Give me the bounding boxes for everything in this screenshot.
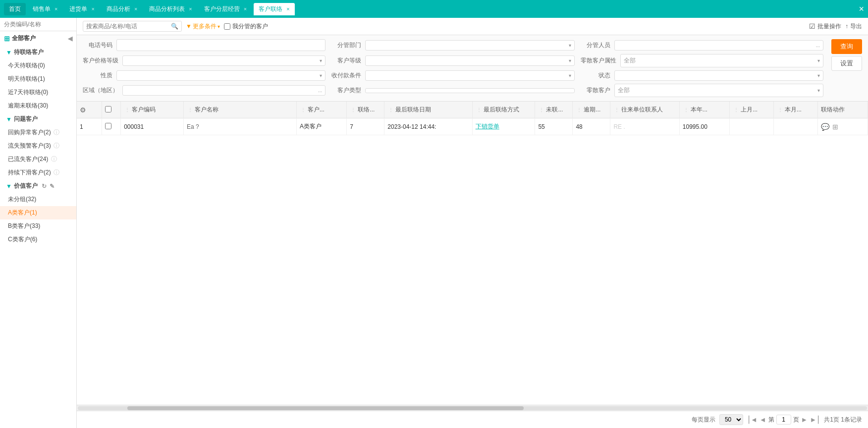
sidebar-problem-customers[interactable]: ▼ 问题客户	[0, 112, 76, 126]
nav-home[interactable]: 首页	[4, 3, 26, 15]
resize-handle[interactable]: ⋮	[539, 107, 544, 112]
sidebar-tomorrow[interactable]: 明天待联络(1)	[0, 72, 76, 86]
sidebar-class-a[interactable]: A类客户(1)	[0, 206, 76, 219]
filter-more-btn[interactable]: ▼ 更多条件 ▾	[186, 22, 220, 31]
sidebar-today[interactable]: 今天待联络(0)	[0, 59, 76, 72]
scrollbar-thumb[interactable]	[127, 406, 524, 410]
sidebar-continue-decline[interactable]: 持续下滑客户(2) ⓘ	[0, 166, 76, 179]
filter-group-price-level: 客户价格等级 ▾	[83, 55, 326, 66]
sidebar-class-c[interactable]: C类客户(6)	[0, 233, 76, 246]
resize-handle[interactable]: ⋮	[301, 107, 306, 112]
resize-handle[interactable]: ⋮	[351, 107, 356, 112]
chat-icon[interactable]: 💬	[821, 123, 829, 131]
resize-handle[interactable]: ⋮	[477, 107, 482, 112]
page-size-select[interactable]: 50	[719, 414, 743, 425]
filter-row-1: 电话号码 分管部门 ▾ 分管人员	[83, 39, 823, 51]
nav-tab-analysis-list[interactable]: 商品分析列表 ×	[144, 3, 197, 15]
more-icon: ...	[318, 88, 322, 93]
nav-tab-customer-contact[interactable]: 客户联络 ×	[254, 3, 294, 15]
sidebar-search-input[interactable]	[4, 21, 77, 28]
sidebar-all-customers[interactable]: ⊞ 全部客户 ◀	[0, 31, 76, 46]
resize-handle[interactable]: ⋮	[778, 107, 783, 112]
resize-handle[interactable]: ⋮	[614, 107, 619, 112]
cell-last-method[interactable]: 下销货单	[472, 118, 535, 135]
settings-button[interactable]: 设置	[831, 56, 862, 71]
page-last-btn[interactable]: ►⎮	[810, 416, 820, 424]
close-icon[interactable]: ×	[286, 6, 289, 12]
dropdown-icon: ▾	[817, 58, 820, 63]
close-icon[interactable]: ×	[189, 6, 192, 12]
resize-handle[interactable]: ⋮	[388, 107, 393, 112]
customer-level-label: 客户等级	[331, 56, 361, 65]
page-num-input[interactable]	[776, 415, 791, 425]
retail-attr-select[interactable]: 全部 ▾	[620, 54, 823, 67]
close-icon[interactable]: ×	[244, 6, 247, 12]
nav-tab-sales[interactable]: 销售单 ×	[28, 3, 62, 15]
page-next-btn[interactable]: ►	[801, 416, 808, 424]
search-icon[interactable]: 🔍	[171, 23, 178, 30]
sidebar-overdue[interactable]: 逾期未联络(30)	[0, 99, 76, 112]
sidebar-value-customers[interactable]: ▼ 价值客户 ↻ ✎	[0, 179, 76, 193]
close-icon[interactable]: ×	[91, 6, 94, 12]
my-customers-checkbox[interactable]: 我分管的客户	[224, 22, 268, 31]
resize-handle[interactable]: ⋮	[188, 107, 193, 112]
nature-label: 性质	[83, 71, 112, 80]
resize-handle[interactable]: ⋮	[684, 107, 689, 112]
refresh-icon[interactable]: ↻	[42, 183, 47, 190]
page-prev-btn[interactable]: ◄	[760, 416, 766, 424]
customer-level-select[interactable]: ▾	[365, 55, 574, 66]
grid-action-icon[interactable]: ⊞	[832, 123, 838, 131]
sidebar-class-b[interactable]: B类客户(33)	[0, 219, 76, 233]
export-btn[interactable]: ↑ 导出	[845, 22, 862, 31]
close-icon[interactable]: ×	[54, 6, 57, 12]
resize-handle[interactable]: ⋮	[734, 107, 739, 112]
retail-customer-select[interactable]: 全部 ▾	[614, 84, 823, 97]
arrow-icon: ▼	[6, 183, 12, 190]
manager-label: 分管人员	[581, 41, 610, 50]
close-icon[interactable]: ×	[134, 6, 137, 12]
cell-action: 💬 ⊞	[817, 118, 868, 135]
nav-tab-analysis[interactable]: 商品分析 ×	[102, 3, 142, 15]
filter-search-input[interactable]	[86, 23, 169, 30]
gear-icon[interactable]: ⚙	[80, 106, 86, 114]
resize-handle[interactable]: ⋮	[577, 107, 582, 112]
price-level-select[interactable]: ▾	[122, 55, 326, 66]
app-close-button[interactable]: ×	[859, 4, 864, 14]
payment-select[interactable]: ▾	[365, 70, 574, 81]
query-button[interactable]: 查询	[831, 39, 862, 54]
cell-customer-type: A类客户	[296, 118, 346, 135]
phone-input[interactable]	[116, 39, 326, 51]
sidebar-repeat-abnormal[interactable]: 回购异常客户(2) ⓘ	[0, 126, 76, 139]
nav-tab-customer-ops[interactable]: 客户分层经营 ×	[199, 3, 252, 15]
cell-this-month	[773, 118, 817, 135]
col-checkbox[interactable]	[102, 102, 121, 118]
top-nav: 首页 销售单 × 进货单 × 商品分析 × 商品分析列表 × 客户分层经营 × …	[0, 0, 868, 18]
manager-select[interactable]: ...	[614, 40, 823, 51]
dept-select[interactable]: ▾	[365, 40, 574, 51]
nav-tab-purchase[interactable]: 进货单 ×	[64, 3, 99, 15]
sidebar-lost-warning[interactable]: 流失预警客户(3) ⓘ	[0, 139, 76, 153]
col-settings[interactable]: ⚙	[77, 102, 102, 118]
table-row: 1 000031 Ea ? A类客户 7 2023-04-12 14:44: 下…	[77, 118, 868, 135]
payment-label: 收付款条件	[331, 71, 361, 80]
resize-handle[interactable]: ⋮	[125, 107, 130, 112]
edit-icon[interactable]: ✎	[50, 183, 54, 190]
cell-checkbox[interactable]	[102, 118, 121, 135]
batch-operation-btn[interactable]: ☑ 批量操作	[809, 22, 841, 31]
customer-type-select[interactable]	[365, 88, 574, 93]
select-all-checkbox[interactable]	[105, 106, 111, 112]
horizontal-scrollbar[interactable]	[77, 405, 868, 411]
sidebar-already-lost[interactable]: 已流失客户(24) ⓘ	[0, 153, 76, 166]
page-first-btn[interactable]: ⎮◄	[747, 416, 758, 424]
filter-group-retail-attr: 零散客户属性 全部 ▾	[581, 54, 823, 67]
collapse-icon[interactable]: ◀	[68, 35, 72, 42]
area-select[interactable]: ...	[122, 85, 326, 96]
scrollbar-track[interactable]	[78, 406, 867, 410]
nature-select[interactable]: ▾	[116, 70, 326, 81]
sidebar-pending-contact[interactable]: ▼ 待联络客户	[0, 46, 76, 59]
sidebar-unclassified[interactable]: 未分组(32)	[0, 193, 76, 206]
filter-row-4: 区域（地区） ... 客户类型	[83, 84, 823, 97]
filter-actions: ☑ 批量操作 ↑ 导出	[809, 22, 862, 31]
status-select[interactable]: ▾	[614, 70, 823, 81]
sidebar-near7[interactable]: 近7天待联络(0)	[0, 86, 76, 99]
